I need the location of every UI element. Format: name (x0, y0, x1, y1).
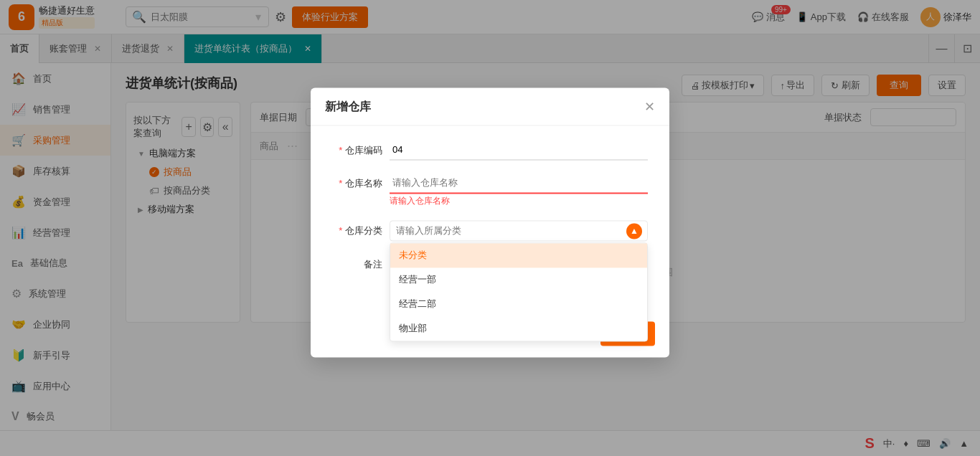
warehouse-code-row: * 仓库编码 (332, 140, 648, 160)
required-star2: * (339, 178, 342, 189)
name-error-msg: 请输入仓库名称 (390, 195, 648, 207)
dropdown-item-uncategorized[interactable]: 未分类 (390, 243, 647, 267)
name-label: * 仓库名称 (332, 173, 382, 190)
modal-title: 新增仓库 (325, 100, 371, 115)
category-select-wrap: ▲ 未分类 经营一部 经营二部 物业部 (390, 220, 648, 241)
modal-header: 新增仓库 ✕ (311, 87, 669, 125)
modal-close-button[interactable]: ✕ (644, 99, 655, 115)
dropdown-item-op3[interactable]: 物业部 (390, 316, 647, 341)
warehouse-category-input[interactable] (390, 220, 648, 241)
note-label: 备注 (332, 254, 382, 271)
add-warehouse-modal: 新增仓库 ✕ * 仓库编码 * 仓库名称 请输入仓库名称 (311, 87, 669, 357)
code-input-wrap (390, 140, 648, 160)
category-dropdown: 未分类 经营一部 经营二部 物业部 (390, 242, 648, 341)
category-toggle-button[interactable]: ▲ (626, 223, 642, 239)
dropdown-item-op1[interactable]: 经营一部 (390, 267, 647, 292)
dropdown-item-op2[interactable]: 经营二部 (390, 292, 647, 316)
warehouse-category-row: * 仓库分类 ▲ 未分类 经营一部 经营二部 物业部 (332, 220, 648, 241)
warehouse-name-row: * 仓库名称 请输入仓库名称 (332, 173, 648, 207)
warehouse-code-input[interactable] (390, 140, 648, 160)
name-input-wrap: 请输入仓库名称 (390, 173, 648, 207)
code-label: * 仓库编码 (332, 140, 382, 157)
warehouse-name-input[interactable] (390, 173, 648, 194)
required-star: * (339, 145, 342, 156)
required-star3: * (339, 225, 342, 236)
category-form-label: * 仓库分类 (332, 220, 382, 237)
modal-body: * 仓库编码 * 仓库名称 请输入仓库名称 * 仓库分类 (311, 125, 669, 313)
